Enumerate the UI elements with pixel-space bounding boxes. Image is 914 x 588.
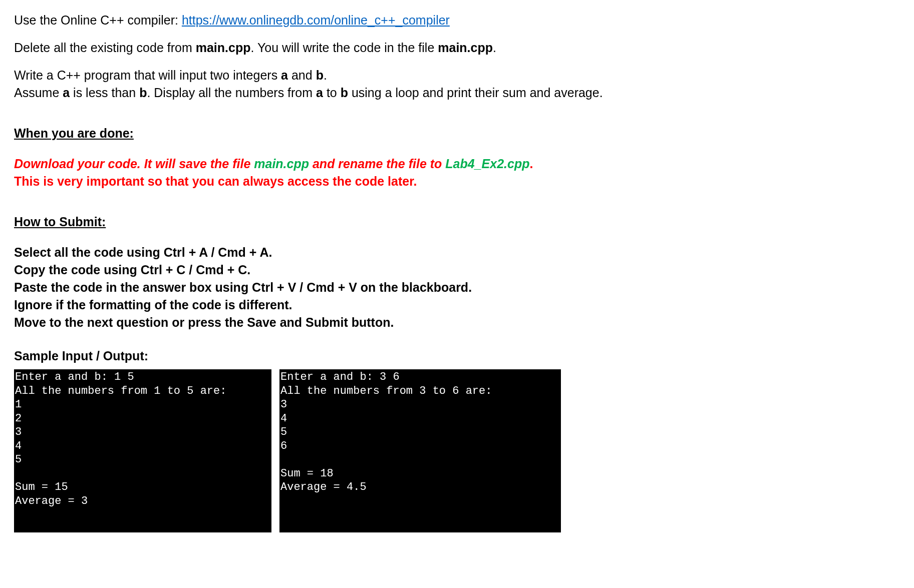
dl-e: .: [529, 157, 533, 171]
t3c: and: [288, 68, 316, 82]
t4b: a: [63, 86, 70, 100]
when-done-heading: When you are done:: [14, 125, 134, 142]
t3d: b: [316, 68, 324, 82]
t4f: a: [316, 86, 323, 100]
dl-a: Download your code. It will save the fil…: [14, 157, 254, 171]
t3a: Write a C++ program that will input two …: [14, 68, 281, 82]
download-line: Download your code. It will save the fil…: [14, 156, 900, 172]
console-sample-1: Enter a and b: 1 5 All the numbers from …: [14, 369, 271, 532]
important-text: This is very important so that you can a…: [14, 174, 417, 188]
dl-c: and rename the file to: [309, 157, 445, 171]
t4e: . Display all the numbers from: [147, 86, 316, 100]
submit-step-2: Copy the code using Ctrl + C / Cmd + C.: [14, 262, 900, 278]
t2a: Delete all the existing code from: [14, 41, 196, 55]
how-to-submit-heading: How to Submit:: [14, 214, 106, 230]
t3b: a: [281, 68, 288, 82]
t3e: .: [324, 68, 327, 82]
t4i: using a loop and print their sum and ave…: [348, 86, 603, 100]
t4a: Assume: [14, 86, 63, 100]
t4d: b: [139, 86, 147, 100]
intro-text-1a: Use the Online C++ compiler:: [14, 13, 182, 27]
intro-line-2: Delete all the existing code from main.c…: [14, 40, 900, 56]
intro-line-4: Assume a is less than b. Display all the…: [14, 85, 900, 101]
submit-step-5: Move to the next question or press the S…: [14, 314, 900, 331]
t4h: b: [341, 86, 348, 100]
t4c: is less than: [70, 86, 139, 100]
intro-line-1: Use the Online C++ compiler: https://www…: [14, 12, 900, 29]
submit-step-4: Ignore if the formatting of the code is …: [14, 297, 900, 313]
t2d: main.cpp: [438, 41, 493, 55]
submit-step-1: Select all the code using Ctrl + A / Cmd…: [14, 244, 900, 261]
important-line: This is very important so that you can a…: [14, 173, 900, 190]
dl-b: main.cpp: [254, 157, 309, 171]
submit-step-3: Paste the code in the answer box using C…: [14, 279, 900, 296]
sample-output-row: Enter a and b: 1 5 All the numbers from …: [14, 369, 900, 532]
intro-line-3: Write a C++ program that will input two …: [14, 67, 900, 84]
t2b: main.cpp: [196, 41, 251, 55]
compiler-link[interactable]: https://www.onlinegdb.com/online_c++_com…: [182, 13, 450, 27]
sample-io-heading: Sample Input / Output:: [14, 348, 900, 364]
t4g: to: [323, 86, 341, 100]
submit-steps: Select all the code using Ctrl + A / Cmd…: [14, 244, 900, 331]
document-page: Use the Online C++ compiler: https://www…: [0, 0, 914, 544]
dl-d: Lab4_Ex2.cpp: [445, 157, 529, 171]
t2c: . You will write the code in the file: [250, 41, 438, 55]
t2e: .: [493, 41, 496, 55]
console-sample-2: Enter a and b: 3 6 All the numbers from …: [279, 369, 561, 532]
